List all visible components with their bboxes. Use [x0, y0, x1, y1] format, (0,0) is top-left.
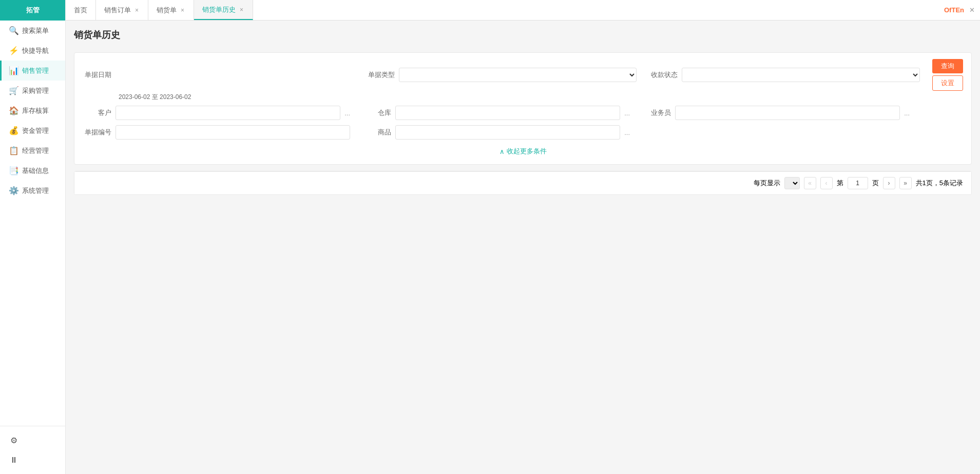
doc-type-label: 单据类型 — [366, 70, 395, 80]
sidebar-item-search-menu[interactable]: 🔍搜索菜单 — [0, 21, 65, 41]
filter-row-2: 客户 ... 仓库 ... 业务员 ... — [83, 106, 963, 120]
customer-input[interactable] — [116, 106, 340, 120]
sidebar-label-operations: 经营管理 — [22, 146, 49, 155]
tab-close-sales-order[interactable]: × — [134, 6, 140, 15]
customer-dots[interactable]: ... — [344, 109, 350, 117]
tab-label-sales-order: 销售订单 — [104, 6, 131, 15]
prev-page-btn[interactable]: ‹ — [820, 177, 833, 189]
total-records: 共1页，5条记录 — [916, 179, 963, 188]
content-area: 销货单历史 单据日期 单据类型 收款状态 — [66, 21, 980, 474]
settings-bottom-icon: ⚙ — [9, 436, 19, 445]
main-area: 首页销售订单×销货单×销货单历史× OfTEn ✕ 销货单历史 单据日期 单据类… — [66, 0, 980, 474]
warehouse-dots[interactable]: ... — [624, 109, 630, 117]
salesperson-label: 业务员 — [642, 108, 671, 117]
sidebar-label-inventory: 库存核算 — [22, 106, 49, 115]
date-range-text: 2023-06-02 至 2023-06-02 — [119, 93, 191, 101]
query-button[interactable]: 查询 — [932, 59, 963, 73]
customer-label: 客户 — [83, 108, 111, 117]
doc-no-label: 单据编号 — [83, 128, 111, 137]
basic-info-icon: 📑 — [9, 166, 19, 175]
pagination: 每页显示 « ‹ 第 页 › » 共1页，5条记录 — [74, 171, 971, 194]
pause-icon: ⏸ — [9, 456, 19, 465]
first-page-btn[interactable]: « — [804, 177, 816, 189]
sidebar-item-operations[interactable]: 📋经营管理 — [0, 141, 65, 161]
page-size-label: 每页显示 — [754, 179, 780, 188]
sidebar-item-sys-mgmt[interactable]: ⚙️系统管理 — [0, 181, 65, 201]
collapse-icon: ∧ — [499, 148, 505, 155]
header-area: 销货单历史 — [74, 29, 972, 47]
sidebar-label-basic-info: 基础信息 — [22, 166, 49, 175]
inventory-icon: 🏠 — [9, 106, 19, 115]
goods-label: 商品 — [362, 128, 391, 137]
page-title: 销货单历史 — [74, 29, 120, 41]
tab-home[interactable]: 首页 — [66, 0, 96, 20]
filter-warehouse: 仓库 ... — [362, 106, 630, 120]
top-nav-right: OfTEn ✕ — [944, 0, 980, 20]
sidebar-label-sales-mgmt: 销售管理 — [22, 66, 49, 75]
tab-sales-order[interactable]: 销售订单× — [96, 0, 148, 20]
search-menu-icon: 🔍 — [9, 26, 19, 35]
goods-input[interactable] — [395, 125, 620, 140]
sidebar-label-search-menu: 搜索菜单 — [22, 26, 49, 35]
data-table-container: 每页显示 « ‹ 第 页 › » 共1页，5条记录 — [74, 171, 972, 195]
filter-doc-no: 单据编号 — [83, 125, 350, 140]
sidebar-logo: 拓管 — [0, 0, 65, 21]
filter-row-1: 单据日期 单据类型 收款状态 查询 设置 — [83, 59, 963, 91]
sidebar-bottom: ⚙ ⏸ — [0, 426, 65, 474]
payment-status-select[interactable] — [682, 68, 920, 82]
collapse-label: 收起更多条件 — [507, 147, 547, 156]
finance-icon: 💰 — [9, 126, 19, 135]
sidebar-label-sys-mgmt: 系统管理 — [22, 186, 49, 195]
operations-icon: 📋 — [9, 146, 19, 155]
page-size-select[interactable] — [784, 177, 800, 189]
tab-bar: 首页销售订单×销货单×销货单历史× OfTEn ✕ — [66, 0, 980, 21]
sidebar-item-sales-mgmt[interactable]: 📊销售管理 — [0, 61, 65, 81]
last-page-btn[interactable]: » — [899, 177, 912, 189]
sidebar-label-quick-nav: 快捷导航 — [22, 46, 49, 55]
sidebar-item-inventory[interactable]: 🏠库存核算 — [0, 101, 65, 121]
tab-label-home: 首页 — [74, 6, 87, 15]
close-window-btn[interactable]: ✕ — [969, 6, 975, 14]
sidebar-label-purchase-mgmt: 采购管理 — [22, 86, 49, 95]
salesperson-input[interactable] — [675, 106, 900, 120]
filter-doc-type: 单据类型 — [366, 68, 637, 82]
sidebar-item-quick-nav[interactable]: ⚡快捷导航 — [0, 41, 65, 61]
filter-customer: 客户 ... — [83, 106, 350, 120]
page-label: 第 — [837, 179, 843, 188]
sales-mgmt-icon: 📊 — [9, 66, 19, 75]
sidebar-item-finance[interactable]: 💰资金管理 — [0, 121, 65, 141]
collapse-btn[interactable]: ∧ 收起更多条件 — [83, 145, 963, 158]
doc-type-select[interactable] — [399, 68, 637, 82]
sys-mgmt-icon: ⚙️ — [9, 186, 19, 195]
payment-status-label: 收款状态 — [649, 70, 678, 80]
next-page-btn[interactable]: › — [883, 177, 895, 189]
purchase-mgmt-icon: 🛒 — [9, 86, 19, 95]
sidebar-item-bottom-1[interactable]: ⚙ — [0, 430, 65, 450]
filter-panel: 单据日期 单据类型 收款状态 查询 设置 — [74, 52, 972, 165]
filter-payment-status: 收款状态 — [649, 68, 920, 82]
warehouse-input[interactable] — [395, 106, 620, 120]
sidebar-item-bottom-2[interactable]: ⏸ — [0, 450, 65, 470]
sidebar-label-finance: 资金管理 — [22, 126, 49, 135]
quick-nav-icon: ⚡ — [9, 46, 19, 55]
doc-no-input[interactable] — [116, 125, 350, 140]
settings-button[interactable]: 设置 — [932, 75, 963, 91]
tab-close-sales-history[interactable]: × — [239, 5, 244, 14]
sidebar-item-purchase-mgmt[interactable]: 🛒采购管理 — [0, 81, 65, 101]
salesperson-dots[interactable]: ... — [904, 109, 910, 117]
app-title-top: OfTEn — [944, 6, 964, 14]
tab-sales-delivery[interactable]: 销货单× — [148, 0, 194, 20]
warehouse-label: 仓库 — [362, 108, 391, 117]
sidebar: 拓管 🔍搜索菜单⚡快捷导航📊销售管理🛒采购管理🏠库存核算💰资金管理📋经营管理📑基… — [0, 0, 66, 474]
date-label: 单据日期 — [83, 70, 111, 80]
page-number-input[interactable] — [848, 177, 868, 189]
tab-sales-history[interactable]: 销货单历史× — [194, 0, 253, 20]
tab-label-sales-delivery: 销货单 — [157, 6, 177, 15]
tab-close-sales-delivery[interactable]: × — [180, 6, 185, 15]
page-unit: 页 — [872, 179, 879, 188]
filter-salesperson: 业务员 ... — [642, 106, 910, 120]
tab-label-sales-history: 销货单历史 — [202, 5, 236, 14]
goods-dots[interactable]: ... — [624, 129, 630, 136]
filter-date: 单据日期 — [83, 70, 354, 80]
sidebar-item-basic-info[interactable]: 📑基础信息 — [0, 161, 65, 181]
